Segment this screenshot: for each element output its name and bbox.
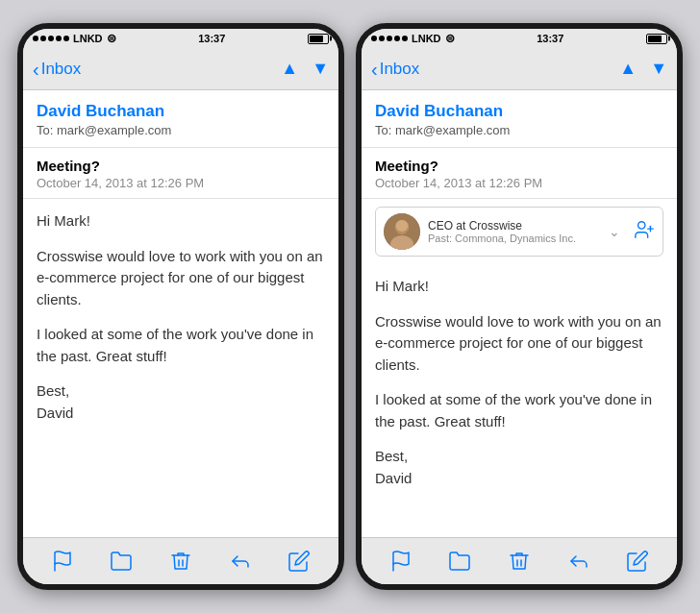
flag-button-left[interactable] bbox=[43, 542, 82, 580]
flag-icon-left bbox=[51, 550, 74, 573]
dot4 bbox=[56, 36, 62, 41]
down-arrow-left[interactable]: ▼ bbox=[312, 59, 329, 79]
dot2r bbox=[379, 36, 385, 41]
compose-button-left[interactable] bbox=[280, 542, 318, 580]
up-arrow-right[interactable]: ▲ bbox=[619, 59, 637, 79]
email-content-left: David Buchanan To: mark@example.com Meet… bbox=[23, 90, 338, 537]
sender-to-left: To: mark@example.com bbox=[37, 123, 325, 137]
body-para2-left: I looked at some of the work you've done… bbox=[37, 324, 325, 367]
battery-fill bbox=[310, 36, 323, 42]
body-sign-left: Best, David bbox=[37, 380, 325, 424]
dot3 bbox=[48, 36, 54, 41]
dot5 bbox=[63, 36, 69, 41]
nav-arrows-right: ▲ ▼ bbox=[619, 59, 667, 79]
flag-button-right[interactable] bbox=[382, 542, 420, 580]
nav-bar-left: ‹ Inbox ▲ ▼ bbox=[23, 48, 338, 90]
back-button-right[interactable]: ‹ Inbox bbox=[371, 60, 419, 79]
battery-container bbox=[308, 34, 329, 44]
nav-arrows-left: ▲ ▼ bbox=[281, 59, 329, 79]
dot4r bbox=[394, 36, 400, 41]
time-display-right: 13:37 bbox=[537, 33, 563, 44]
compose-icon-left bbox=[288, 550, 311, 573]
add-contact-icon[interactable] bbox=[634, 219, 655, 245]
nav-bar-right: ‹ Inbox ▲ ▼ bbox=[362, 48, 677, 90]
wifi-icon: ⊜ bbox=[107, 32, 116, 45]
status-right-right bbox=[646, 34, 667, 44]
back-label-left: Inbox bbox=[41, 60, 82, 79]
email-body-right: Hi Mark! Crosswise would love to work wi… bbox=[362, 264, 677, 501]
email-subject-right: Meeting? bbox=[375, 158, 663, 174]
status-right bbox=[308, 34, 329, 44]
up-arrow-left[interactable]: ▲ bbox=[281, 59, 298, 79]
back-button-left[interactable]: ‹ Inbox bbox=[33, 60, 81, 79]
time-display: 13:37 bbox=[198, 33, 225, 44]
trash-button-left[interactable] bbox=[162, 542, 200, 580]
down-arrow-right[interactable]: ▼ bbox=[650, 59, 667, 79]
email-header-right: David Buchanan To: mark@example.com bbox=[362, 90, 677, 148]
reply-button-right[interactable] bbox=[560, 542, 598, 580]
sender-name-left: David Buchanan bbox=[37, 102, 325, 121]
status-bar-left: LNKD ⊜ 13:37 bbox=[23, 29, 338, 48]
linkedin-avatar bbox=[384, 213, 420, 250]
linkedin-past: Past: Commona, Dynamics Inc. bbox=[428, 233, 601, 244]
battery-icon bbox=[308, 34, 329, 44]
email-header-left: David Buchanan To: mark@example.com bbox=[23, 90, 338, 148]
folder-button-right[interactable] bbox=[440, 542, 479, 580]
reply-button-left[interactable] bbox=[221, 542, 260, 580]
battery-container-right bbox=[646, 34, 667, 44]
trash-button-right[interactable] bbox=[500, 542, 538, 580]
back-label-right: Inbox bbox=[380, 60, 420, 79]
email-date-right: October 14, 2013 at 12:26 PM bbox=[375, 176, 663, 190]
wifi-icon-right: ⊜ bbox=[445, 32, 455, 45]
status-bar-right: LNKD ⊜ 13:37 bbox=[362, 29, 677, 48]
battery-fill-right bbox=[648, 36, 662, 42]
toolbar-right bbox=[362, 537, 677, 584]
reply-icon-right bbox=[567, 550, 590, 573]
carrier-label-right: LNKD bbox=[412, 33, 441, 44]
linkedin-card[interactable]: CEO at Crosswise Past: Commona, Dynamics… bbox=[375, 207, 663, 257]
sender-to-right: To: mark@example.com bbox=[375, 123, 663, 137]
chevron-left-icon: ‹ bbox=[33, 60, 39, 79]
svg-point-5 bbox=[396, 220, 408, 232]
email-subject-section-left: Meeting? October 14, 2013 at 12:26 PM bbox=[23, 148, 338, 199]
status-left: LNKD ⊜ bbox=[33, 32, 116, 45]
email-content-right: David Buchanan To: mark@example.com Meet… bbox=[362, 90, 677, 537]
folder-icon-right bbox=[448, 550, 471, 573]
signal-dots-right bbox=[371, 36, 408, 41]
body-para1-right: Crosswise would love to work with you on… bbox=[375, 311, 663, 377]
trash-icon-right bbox=[508, 550, 531, 573]
compose-button-right[interactable] bbox=[618, 542, 657, 580]
body-greeting-right: Hi Mark! bbox=[375, 276, 663, 298]
flag-icon-right bbox=[389, 550, 412, 573]
dot1 bbox=[33, 36, 38, 41]
right-phone: LNKD ⊜ 13:37 ‹ Inbox ▲ ▼ David Buchanan … bbox=[356, 23, 683, 590]
chevron-down-icon[interactable]: ⌄ bbox=[609, 224, 620, 239]
folder-icon-left bbox=[110, 550, 133, 573]
toolbar-left bbox=[23, 537, 338, 584]
email-subject-section-right: Meeting? October 14, 2013 at 12:26 PM bbox=[362, 148, 677, 199]
dot3r bbox=[387, 36, 392, 41]
email-body-left: Hi Mark! Crosswise would love to work wi… bbox=[23, 199, 338, 435]
email-subject-left: Meeting? bbox=[37, 158, 325, 174]
body-greeting-left: Hi Mark! bbox=[37, 210, 325, 233]
signal-dots bbox=[33, 36, 69, 41]
body-para2-right: I looked at some of the work you've done… bbox=[375, 389, 663, 432]
status-left-right: LNKD ⊜ bbox=[371, 32, 455, 45]
sender-name-right: David Buchanan bbox=[375, 102, 663, 121]
svg-point-6 bbox=[638, 221, 645, 228]
linkedin-info: CEO at Crosswise Past: Commona, Dynamics… bbox=[428, 219, 601, 244]
dot1r bbox=[371, 36, 377, 41]
left-phone: LNKD ⊜ 13:37 ‹ Inbox ▲ ▼ David Buchanan … bbox=[17, 23, 344, 590]
carrier-label: LNKD bbox=[73, 33, 103, 44]
trash-icon-left bbox=[169, 550, 192, 573]
avatar-svg bbox=[384, 213, 420, 250]
dot2 bbox=[40, 36, 46, 41]
reply-icon-left bbox=[229, 550, 252, 573]
folder-button-left[interactable] bbox=[102, 542, 140, 580]
linkedin-title: CEO at Crosswise bbox=[428, 219, 601, 233]
chevron-left-icon-right: ‹ bbox=[371, 60, 378, 79]
body-sign-right: Best, David bbox=[375, 446, 663, 489]
body-para1-left: Crosswise would love to work with you on… bbox=[37, 246, 325, 311]
dot5r bbox=[402, 36, 408, 41]
email-date-left: October 14, 2013 at 12:26 PM bbox=[37, 176, 325, 190]
